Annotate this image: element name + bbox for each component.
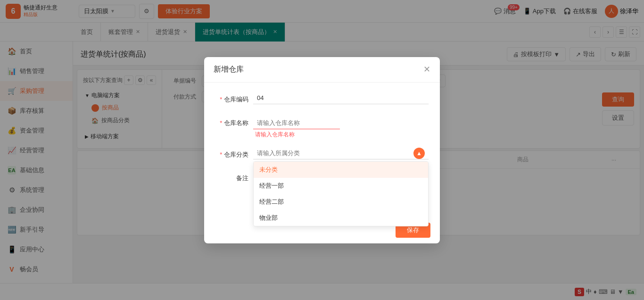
category-select-wrapper: ▲ 未分类 经营一部 经营二部 物业部 <box>253 147 429 159</box>
category-input[interactable] <box>253 147 429 159</box>
category-arrow-button[interactable]: ▲ <box>413 148 425 159</box>
form-row-name: * 仓库名称 请输入仓库名称 <box>215 116 429 139</box>
modal-overlay[interactable]: 新增仓库 ✕ * 仓库编码 * 仓库名称 <box>0 0 644 300</box>
dropdown-item-dept2[interactable]: 经营二部 <box>254 194 428 210</box>
modal-close-button[interactable]: ✕ <box>423 65 430 74</box>
category-label: * 仓库分类 <box>215 147 253 162</box>
modal-title: 新增仓库 <box>214 65 244 75</box>
form-row-code: * 仓库编码 <box>215 92 429 107</box>
modal-header: 新增仓库 ✕ <box>204 57 440 83</box>
name-label: * 仓库名称 <box>215 116 253 131</box>
category-dropdown: 未分类 经营一部 经营二部 物业部 <box>253 161 429 226</box>
name-input[interactable] <box>253 117 340 129</box>
dropdown-item-dept1[interactable]: 经营一部 <box>254 178 428 194</box>
code-label: * 仓库编码 <box>215 92 253 107</box>
dropdown-item-property[interactable]: 物业部 <box>254 210 428 226</box>
code-input[interactable] <box>253 92 429 104</box>
modal-body: * 仓库编码 * 仓库名称 请输入仓库名称 <box>204 83 440 217</box>
dropdown-item-unclassified[interactable]: 未分类 <box>254 162 428 178</box>
form-row-category: * 仓库分类 ▲ 未分类 经营一部 经营二部 物业部 <box>215 147 429 162</box>
remark-label: 备注 <box>215 171 253 186</box>
new-warehouse-modal: 新增仓库 ✕ * 仓库编码 * 仓库名称 <box>204 57 440 243</box>
name-error: 请输入仓库名称 <box>215 131 295 139</box>
